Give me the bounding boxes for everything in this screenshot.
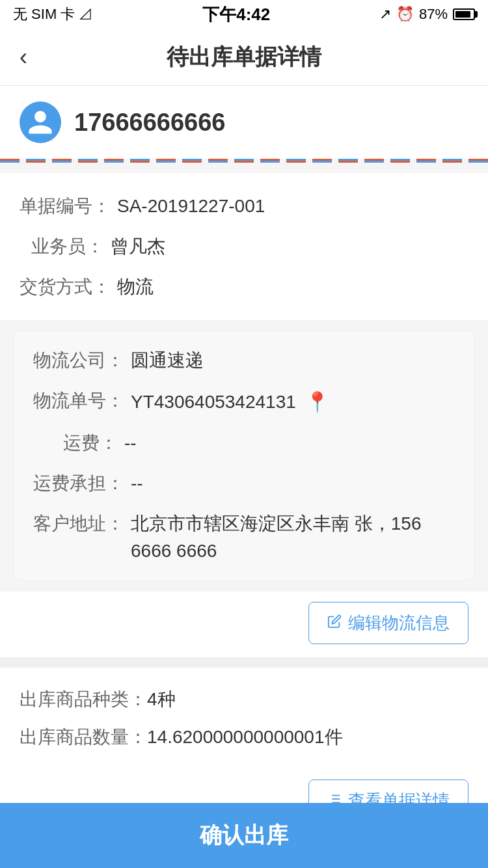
logistics-address-value: 北京市市辖区海淀区永丰南 张，156 6666 6666 [131,510,455,565]
delivery-row: 交货方式： 物流 [20,273,468,301]
battery-text: 87% [419,6,448,23]
salesman-label: 业务员： [20,233,111,260]
logistics-card: 物流公司： 圆通速递 物流单号： YT43064053424131 📍 运费： … [13,331,475,581]
alarm-icon: ⏰ [396,6,414,23]
logistics-tracking-label: 物流单号： [33,387,131,414]
product-type-value: 4种 [147,687,176,712]
document-number-row: 单据编号： SA-20191227-001 [20,193,468,220]
logistics-tracking-value: YT43064053424131 📍 [131,387,455,416]
sim-wifi-text: 无 SIM 卡 ⊿ [13,5,93,24]
confirm-button-label: 确认出库 [200,821,288,850]
location-icon: ↗ [379,6,391,23]
logistics-freight-label: 运费： [33,429,124,457]
dashed-divider [0,159,488,163]
customer-phone: 17666666666 [74,109,225,137]
back-button[interactable]: ‹ [20,44,27,71]
summary-section: 出库商品种类： 4种 出库商品数量： 14.620000000000001件 [0,668,488,769]
logistics-company-row: 物流公司： 圆通速递 [33,347,455,374]
document-info-section: 单据编号： SA-20191227-001 业务员： 曾凡杰 交货方式： 物流 [0,173,488,320]
avatar [20,102,61,143]
logistics-freight-value: -- [124,429,455,457]
status-left: 无 SIM 卡 ⊿ [13,5,93,24]
delivery-value: 物流 [117,273,468,301]
document-number-label: 单据编号： [20,193,117,220]
product-type-row: 出库商品种类： 4种 [20,687,468,712]
battery-icon [453,8,475,20]
customer-header: 17666666666 [0,86,488,159]
logistics-freight-bearer-row: 运费承担： -- [33,470,455,497]
product-type-label: 出库商品种类： [20,687,147,712]
edit-logistics-button[interactable]: 编辑物流信息 [308,602,468,644]
logistics-freight-bearer-value: -- [131,470,455,497]
edit-btn-row: 编辑物流信息 [0,591,488,657]
nav-bar: ‹ 待出库单据详情 [0,29,488,86]
status-bar: 无 SIM 卡 ⊿ 下午4:42 ↗ ⏰ 87% [0,0,488,29]
logistics-company-label: 物流公司： [33,347,131,374]
logistics-address-label: 客户地址： [33,510,131,537]
edit-logistics-label: 编辑物流信息 [348,612,450,634]
edit-icon [327,614,342,632]
product-quantity-label: 出库商品数量： [20,725,147,750]
product-quantity-value: 14.620000000000001件 [147,725,343,750]
logistics-address-row: 客户地址： 北京市市辖区海淀区永丰南 张，156 6666 6666 [33,510,455,565]
delivery-label: 交货方式： [20,273,117,301]
section-divider [0,657,488,668]
logistics-tracking-row: 物流单号： YT43064053424131 📍 [33,387,455,416]
salesman-row: 业务员： 曾凡杰 [20,233,468,260]
page-title: 待出库单据详情 [167,42,321,72]
status-time: 下午4:42 [202,3,270,26]
logistics-freight-row: 运费： -- [33,429,455,457]
user-avatar-icon [26,108,55,137]
product-quantity-row: 出库商品数量： 14.620000000000001件 [20,725,468,750]
status-right: ↗ ⏰ 87% [379,6,475,23]
document-number-value: SA-20191227-001 [117,193,468,220]
map-location-icon[interactable]: 📍 [305,387,329,416]
logistics-freight-bearer-label: 运费承担： [33,470,131,497]
salesman-value: 曾凡杰 [111,233,468,260]
confirm-button[interactable]: 确认出库 [0,803,488,868]
logistics-company-value: 圆通速递 [131,347,455,374]
